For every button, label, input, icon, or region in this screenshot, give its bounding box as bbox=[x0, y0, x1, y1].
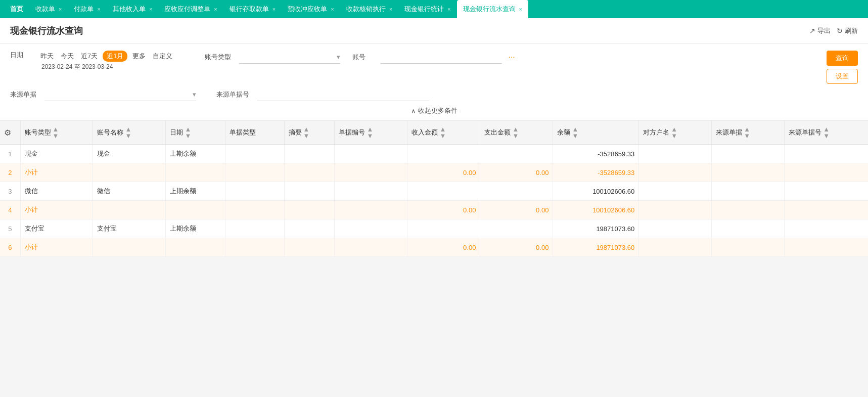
tab-close-icon[interactable]: × bbox=[519, 6, 522, 12]
summary-sort[interactable]: 摘要 ▲▼ bbox=[289, 126, 331, 139]
query-button[interactable]: 查询 bbox=[827, 51, 858, 66]
doc-no-sort[interactable]: 单据编号 ▲▼ bbox=[339, 126, 403, 139]
date-option-近7天[interactable]: 近7天 bbox=[79, 51, 100, 62]
nav-tab-银行存取款单[interactable]: 银行存取款单× bbox=[223, 0, 282, 18]
col-account-type: 账号类型 ▲▼ bbox=[20, 121, 93, 145]
tab-close-icon[interactable]: × bbox=[447, 6, 450, 12]
counterparty-sort[interactable]: 对方户名 ▲▼ bbox=[643, 126, 707, 139]
account-label: 账号 bbox=[352, 53, 373, 62]
table-header-row: ⚙ 账号类型 ▲▼ 账号名称 ▲▼ 日期 bbox=[0, 121, 868, 145]
source-doc-no-label: 来源单据号 bbox=[216, 90, 249, 99]
table-row: 6小计0.000.0019871073.60 bbox=[0, 238, 868, 257]
table-wrap: ⚙ 账号类型 ▲▼ 账号名称 ▲▼ 日期 bbox=[0, 121, 868, 257]
expense-sort[interactable]: 支出金额 ▲▼ bbox=[484, 126, 549, 139]
table-row: 3微信微信上期余额100102606.60 bbox=[0, 182, 868, 201]
nav-tab-现金银行流水查询[interactable]: 现金银行流水查询× bbox=[457, 0, 528, 18]
col-income: 收入金额 ▲▼ bbox=[407, 121, 480, 145]
collapse-bar: ∧ 收起更多条件 bbox=[10, 106, 858, 115]
table-row: 5支付宝支付宝上期余额19871073.60 bbox=[0, 219, 868, 238]
account-type-sort[interactable]: 账号类型 ▲▼ bbox=[25, 126, 89, 139]
account-filter-group: 账号类型 ▾ 账号 ··· bbox=[205, 51, 515, 64]
action-buttons: 查询 设置 bbox=[827, 51, 858, 84]
account-filter: 账号 ··· bbox=[352, 51, 515, 64]
tab-close-icon[interactable]: × bbox=[59, 6, 62, 12]
source-doc-no-filter: 来源单据号 bbox=[216, 88, 429, 101]
nav-tab-付款单[interactable]: 付款单× bbox=[68, 0, 106, 18]
account-name-sort[interactable]: 账号名称 ▲▼ bbox=[97, 126, 161, 139]
account-type-select[interactable]: ▾ bbox=[239, 51, 340, 64]
date-label: 日期 bbox=[10, 51, 30, 60]
header-actions: ↗ 导出 ↻ 刷新 bbox=[809, 26, 858, 35]
source-doc-no-sort[interactable]: 来源单据号 ▲▼ bbox=[789, 126, 864, 139]
col-counterparty: 对方户名 ▲▼ bbox=[639, 121, 712, 145]
col-balance: 余额 ▲▼ bbox=[553, 121, 639, 145]
nav-home[interactable]: 首页 bbox=[4, 0, 29, 18]
col-gear[interactable]: ⚙ bbox=[0, 121, 20, 145]
filter-second-row: 来源单据 ▾ 来源单据号 bbox=[10, 88, 858, 101]
export-icon: ↗ bbox=[809, 27, 815, 35]
date-options-row: 昨天今天近7天近1月更多自定义 bbox=[38, 51, 174, 62]
filter-top-row: 日期 昨天今天近7天近1月更多自定义 2023-02-24 至 2023-03-… bbox=[10, 51, 858, 84]
nav-tab-收款核销执行[interactable]: 收款核销执行× bbox=[340, 0, 398, 18]
col-expense: 支出金额 ▲▼ bbox=[480, 121, 553, 145]
account-input[interactable] bbox=[381, 51, 502, 64]
collapse-button[interactable]: ∧ 收起更多条件 bbox=[411, 106, 458, 115]
table-row: 1现金现金上期余额-3528659.33 bbox=[0, 145, 868, 163]
col-date: 日期 ▲▼ bbox=[166, 121, 225, 145]
filter-area: 日期 昨天今天近7天近1月更多自定义 2023-02-24 至 2023-03-… bbox=[0, 43, 868, 121]
date-options-group: 昨天今天近7天近1月更多自定义 2023-02-24 至 2023-03-24 bbox=[38, 51, 174, 71]
date-option-近1月[interactable]: 近1月 bbox=[103, 51, 127, 62]
balance-sort[interactable]: 余额 ▲▼ bbox=[557, 126, 634, 139]
tab-close-icon[interactable]: × bbox=[331, 6, 334, 12]
page-header: 现金银行流水查询 ↗ 导出 ↻ 刷新 bbox=[0, 18, 868, 43]
source-doc-sort[interactable]: 来源单据 ▲▼ bbox=[716, 126, 780, 139]
nav-tab-预收冲应收单[interactable]: 预收冲应收单× bbox=[282, 0, 340, 18]
table-row: 4小计0.000.00100102606.60 bbox=[0, 201, 868, 219]
col-account-name: 账号名称 ▲▼ bbox=[93, 121, 166, 145]
col-doc-no: 单据编号 ▲▼ bbox=[335, 121, 407, 145]
nav-tab-收款单[interactable]: 收款单× bbox=[29, 0, 68, 18]
export-button[interactable]: ↗ 导出 bbox=[809, 26, 831, 35]
nav-tab-现金银行统计[interactable]: 现金银行统计× bbox=[398, 0, 456, 18]
col-doc-type: 单据类型 bbox=[225, 121, 284, 145]
tab-close-icon[interactable]: × bbox=[149, 6, 152, 12]
nav-tab-应收应付调整单[interactable]: 应收应付调整单× bbox=[158, 0, 223, 18]
source-doc-select[interactable]: ▾ bbox=[44, 88, 196, 101]
top-nav: 首页 收款单×付款单×其他收入单×应收应付调整单×银行存取款单×预收冲应收单×收… bbox=[0, 0, 868, 18]
account-type-filter: 账号类型 ▾ bbox=[205, 51, 340, 64]
data-table: ⚙ 账号类型 ▲▼ 账号名称 ▲▼ 日期 bbox=[0, 121, 868, 257]
date-option-更多[interactable]: 更多 bbox=[130, 51, 148, 62]
nav-tab-其他收入单[interactable]: 其他收入单× bbox=[107, 0, 158, 18]
table-row: 2小计0.000.00-3528659.33 bbox=[0, 163, 868, 182]
date-option-昨天[interactable]: 昨天 bbox=[38, 51, 56, 62]
col-summary: 摘要 ▲▼ bbox=[284, 121, 335, 145]
source-doc-label: 来源单据 bbox=[10, 90, 36, 99]
col-source-doc-no: 来源单据号 ▲▼ bbox=[785, 121, 868, 145]
source-doc-filter: 来源单据 ▾ bbox=[10, 88, 196, 101]
date-option-今天[interactable]: 今天 bbox=[59, 51, 76, 62]
col-source-doc: 来源单据 ▲▼ bbox=[712, 121, 785, 145]
tab-close-icon[interactable]: × bbox=[389, 6, 392, 12]
date-option-自定义[interactable]: 自定义 bbox=[151, 51, 174, 62]
gear-icon[interactable]: ⚙ bbox=[4, 128, 11, 137]
account-type-label: 账号类型 bbox=[205, 53, 231, 62]
date-sort[interactable]: 日期 ▲▼ bbox=[170, 126, 220, 139]
date-range: 2023-02-24 至 2023-03-24 bbox=[41, 63, 174, 71]
refresh-icon: ↻ bbox=[837, 27, 843, 35]
page-title: 现金银行流水查询 bbox=[10, 25, 83, 37]
date-filter-group: 日期 昨天今天近7天近1月更多自定义 2023-02-24 至 2023-03-… bbox=[10, 51, 174, 71]
tab-close-icon[interactable]: × bbox=[272, 6, 276, 12]
setting-button[interactable]: 设置 bbox=[827, 69, 858, 84]
tab-close-icon[interactable]: × bbox=[214, 6, 217, 12]
income-sort[interactable]: 收入金额 ▲▼ bbox=[412, 126, 476, 139]
refresh-button[interactable]: ↻ 刷新 bbox=[837, 26, 858, 35]
tab-close-icon[interactable]: × bbox=[97, 6, 100, 12]
account-dots-button[interactable]: ··· bbox=[508, 53, 515, 62]
source-doc-no-input[interactable] bbox=[257, 88, 429, 101]
collapse-up-icon: ∧ bbox=[411, 107, 416, 115]
